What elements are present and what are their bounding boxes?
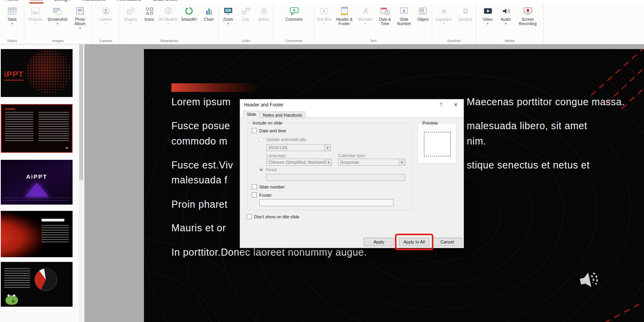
slide-text-line: In porttitor.Donec laoreet nonummy augue… <box>171 247 636 260</box>
text-box-button[interactable]: A Text Box <box>315 5 333 26</box>
link-icon <box>241 6 251 16</box>
fixed-radio[interactable]: Fixed <box>259 167 277 172</box>
comment-icon <box>289 6 299 16</box>
link-label: Link <box>242 17 249 22</box>
icons-button[interactable]: Icons <box>141 5 158 25</box>
pictures-button[interactable]: Pictures <box>24 5 46 29</box>
date-time-button[interactable]: Date & Time <box>375 5 394 26</box>
ribbon-group-illustrations: Shapes Icons 3D Models SmartArt <box>120 4 219 44</box>
tab-transitions[interactable]: Transitions <box>81 0 106 4</box>
header-footer-icon <box>339 6 349 16</box>
dont-show-on-title-checkbox[interactable]: Don't show on title slide <box>247 214 299 219</box>
screenshot-icon <box>53 6 63 16</box>
ribbon: Table Tables Pictures Screenshot <box>0 4 644 44</box>
equation-label: Equation <box>436 17 451 22</box>
group-label-links: Links <box>219 39 273 43</box>
chart-button[interactable]: Chart <box>200 5 218 25</box>
slide-thumbnail-4[interactable] <box>1 211 73 257</box>
tab-insert[interactable]: Insert <box>29 0 43 4</box>
footer-checkbox[interactable]: Footer <box>252 192 272 198</box>
shapes-icon <box>126 6 136 16</box>
include-on-slide-group: Include on slide <box>247 123 412 210</box>
zoom-button[interactable]: Zoom <box>219 5 237 25</box>
chevron-down-icon <box>56 22 58 25</box>
audio-speaker-icon[interactable] <box>574 266 602 294</box>
cameo-button[interactable]: Cameo <box>95 5 117 25</box>
object-icon <box>418 6 428 16</box>
calendar-type-combobox[interactable]: Gregorian <box>338 159 405 166</box>
audio-button[interactable]: Audio <box>497 5 515 26</box>
language-combobox[interactable]: Chinese (Simplified, Mainland Ch... <box>266 159 332 166</box>
chevron-down-icon <box>227 22 229 25</box>
red-accent-bar <box>5 108 15 110</box>
fixed-date-input[interactable] <box>266 174 405 181</box>
slide1-brand-text: iPPT <box>4 70 24 80</box>
scrollbar-thumb[interactable] <box>79 44 83 180</box>
header-footer-button[interactable]: Header & Footer <box>333 5 355 26</box>
close-icon[interactable]: ✕ <box>448 99 464 110</box>
photo-album-button[interactable]: Photo Album <box>69 5 91 29</box>
tab-home[interactable]: Home <box>5 0 19 4</box>
radio-circle-selected <box>259 167 264 172</box>
screen-recording-button[interactable]: Screen Recording <box>515 5 541 26</box>
comment-button[interactable]: Comment <box>282 5 306 22</box>
symbol-icon: Ω <box>460 6 471 16</box>
slide-number-checkbox[interactable]: Slide number <box>252 184 285 189</box>
smartart-button[interactable]: SmartArt <box>178 5 200 25</box>
audio-icon <box>501 6 511 16</box>
text-placeholder-lines <box>38 112 69 143</box>
tab-slide-show[interactable]: Slide Show <box>152 0 178 4</box>
update-automatically-radio[interactable]: Update automatically <box>259 137 306 142</box>
shapes-button[interactable]: Shapes <box>120 5 141 25</box>
video-button[interactable]: Video <box>479 5 497 26</box>
cameo-label: Cameo <box>99 17 112 22</box>
help-button[interactable]: ? <box>435 99 447 110</box>
apply-to-all-button[interactable]: Apply to All <box>399 238 429 246</box>
3d-models-button[interactable]: 3D Models <box>158 5 178 25</box>
slide-thumbnail-1[interactable]: iPPT <box>1 49 73 97</box>
screenshot-button[interactable]: Screenshot <box>46 5 69 29</box>
object-button[interactable]: Object <box>414 5 432 26</box>
3d-models-icon <box>163 6 173 16</box>
text-box-icon: A <box>319 6 329 16</box>
thumbnail-scrollbar[interactable] <box>79 44 84 322</box>
action-button[interactable]: Action <box>255 5 273 25</box>
apply-button[interactable]: Apply <box>364 238 394 246</box>
group-label-text: Text <box>315 39 432 43</box>
powerpoint-window: Home Insert Design Transitions Animation… <box>0 0 644 322</box>
text-placeholder-lines <box>5 112 33 143</box>
ribbon-tab-bar: Home Insert Design Transitions Animation… <box>0 0 644 4</box>
header-footer-dialog: Header and Footer ? ✕ Slide Notes and Ha… <box>240 99 464 248</box>
date-and-time-checkbox[interactable]: Date and time <box>252 128 286 133</box>
tab-animations[interactable]: Animations <box>116 0 142 4</box>
group-label-symbols: Symbols <box>432 39 476 43</box>
pie-chart-graphic <box>35 268 57 291</box>
screen-recording-label: Screen Recording <box>515 17 540 26</box>
table-button[interactable]: Table <box>1 5 23 25</box>
symbol-button[interactable]: Ω Symbol <box>455 5 476 25</box>
header-footer-label: Header & Footer <box>334 17 355 26</box>
slide-thumbnail-3[interactable]: AiPPT <box>1 160 73 205</box>
checkbox-label: Footer <box>259 193 272 198</box>
cancel-button[interactable]: Cancel <box>432 238 462 246</box>
date-format-combobox[interactable]: 2024/12/5 <box>266 144 331 151</box>
tab-design[interactable]: Design <box>54 0 71 4</box>
dialog-title: Header and Footer <box>244 102 284 108</box>
equation-button[interactable]: π Equation <box>433 5 455 25</box>
dialog-tab-notes-handouts[interactable]: Notes and Handouts <box>259 112 306 118</box>
slide-number-button[interactable]: # Slide Number <box>394 5 414 26</box>
zoom-label: Zoom <box>223 17 233 22</box>
wordart-button[interactable]: A WordArt <box>355 5 376 26</box>
slide-thumbnail-2-selected[interactable] <box>1 104 73 153</box>
frog-eye <box>7 294 10 297</box>
footer-text-input[interactable] <box>259 199 393 206</box>
photo-album-label: Photo Album <box>69 17 91 26</box>
dialog-tab-slide[interactable]: Slide <box>243 111 260 118</box>
equation-icon: π <box>439 6 449 16</box>
group-label-illustrations: Illustrations <box>120 39 218 43</box>
slide-number-label: Slide Number <box>395 17 413 26</box>
checkbox-box <box>252 184 257 189</box>
slide-thumbnail-5[interactable] <box>1 262 73 307</box>
link-button[interactable]: Link <box>237 5 255 25</box>
radio-circle <box>259 137 264 142</box>
